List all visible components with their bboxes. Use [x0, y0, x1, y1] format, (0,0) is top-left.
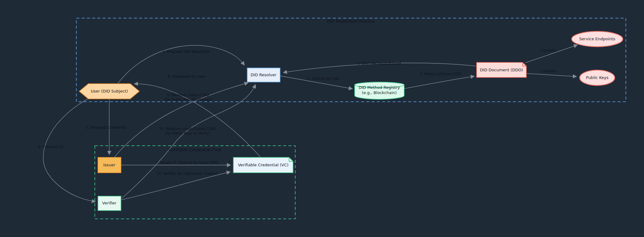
edge-ddo-retrieved-parsed [283, 63, 476, 73]
edge-queries-for-did [280, 76, 352, 89]
cluster-vc-flow-border [95, 146, 295, 219]
edge-contains-public-keys [527, 73, 577, 77]
node-public-keys [580, 70, 615, 85]
did-flow-diagram: DID Resolution Process Verifiable Creden… [0, 0, 644, 237]
node-did-method-registry [355, 82, 404, 99]
node-verifier [98, 196, 121, 211]
node-service-endpoints [572, 31, 623, 47]
edge-presents-vc [43, 97, 95, 202]
node-did-document [477, 62, 526, 77]
edge-verifies-vc [121, 172, 230, 200]
cluster-did-resolution-border [76, 18, 626, 102]
node-verifiable-credential [233, 157, 293, 173]
edge-requests-did-resolution [118, 45, 244, 83]
diagram-canvas [0, 0, 644, 237]
node-did-resolver [247, 68, 280, 82]
edge-possessed-by-user [134, 84, 260, 157]
node-user-hexagon [79, 84, 139, 99]
edge-contains-service-endpoints [525, 45, 578, 63]
edge-points-to-stores-ddo [405, 76, 474, 89]
node-issuer [98, 157, 121, 173]
